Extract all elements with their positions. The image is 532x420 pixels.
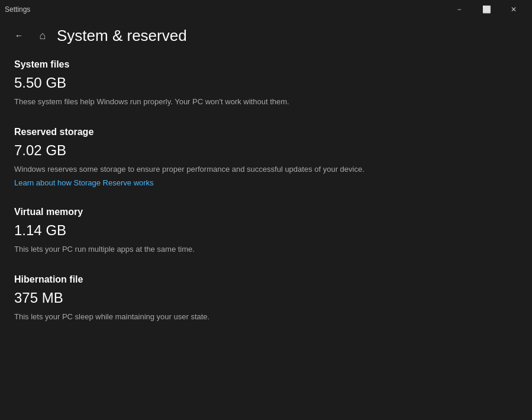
reserved-storage-description: Windows reserves some storage to ensure … bbox=[14, 163, 417, 175]
hibernation-file-size: 375 MB bbox=[14, 290, 518, 306]
minimize-button[interactable]: − bbox=[446, 0, 473, 19]
title-bar-controls: − ⬜ ✕ bbox=[446, 0, 527, 19]
system-files-size: 5.50 GB bbox=[14, 75, 518, 91]
page-title: System & reserved bbox=[57, 27, 187, 45]
hibernation-file-heading: Hibernation file bbox=[14, 274, 518, 285]
virtual-memory-description: This lets your PC run multiple apps at t… bbox=[14, 243, 417, 255]
title-bar-left: Settings bbox=[5, 5, 30, 14]
back-button[interactable]: ← bbox=[9, 26, 28, 45]
restore-button[interactable]: ⬜ bbox=[473, 0, 500, 19]
reserved-storage-heading: Reserved storage bbox=[14, 127, 518, 137]
home-icon: ⌂ bbox=[36, 28, 50, 43]
virtual-memory-size: 1.14 GB bbox=[14, 222, 518, 239]
reserved-storage-size: 7.02 GB bbox=[14, 142, 518, 159]
hibernation-file-description: This lets your PC sleep while maintainin… bbox=[14, 311, 417, 323]
reserved-storage-section: Reserved storage 7.02 GB Windows reserve… bbox=[14, 127, 518, 188]
system-files-heading: System files bbox=[14, 59, 518, 70]
title-bar-title: Settings bbox=[5, 5, 30, 14]
virtual-memory-heading: Virtual memory bbox=[14, 207, 518, 217]
content-area: System files 5.50 GB These system files … bbox=[0, 54, 532, 355]
system-files-description: These system files help Windows run prop… bbox=[14, 96, 417, 108]
close-button[interactable]: ✕ bbox=[500, 0, 527, 19]
storage-reserve-link[interactable]: Learn about how Storage Reserve works bbox=[14, 178, 154, 187]
title-bar: Settings − ⬜ ✕ bbox=[0, 0, 532, 19]
page-header: ← ⌂ System & reserved bbox=[0, 19, 532, 54]
hibernation-file-section: Hibernation file 375 MB This lets your P… bbox=[14, 274, 518, 323]
system-files-section: System files 5.50 GB These system files … bbox=[14, 59, 518, 108]
virtual-memory-section: Virtual memory 1.14 GB This lets your PC… bbox=[14, 207, 518, 255]
